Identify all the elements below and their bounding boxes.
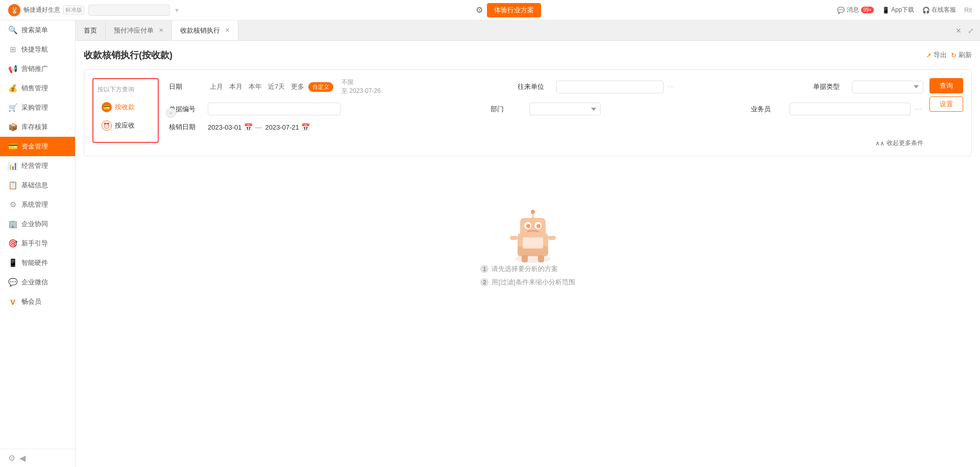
sidebar-item-enterprise[interactable]: 🏢 企业协同 (0, 214, 75, 234)
message-icon: 💬 (837, 7, 845, 14)
date-custom-button[interactable]: 自定义 (308, 82, 333, 92)
filter-row-3: 核销日期 2023-03-01 📅 — 2023-07-21 📅 (169, 122, 923, 132)
filter-option-by-receivable[interactable]: ⏰ 按应收 (97, 117, 154, 134)
sidebar-label-operations: 经营管理 (21, 161, 48, 170)
tab-receipt-offset-close[interactable]: ✕ (225, 27, 230, 34)
doc-type-select[interactable] (852, 81, 923, 93)
app-label: App下载 (891, 6, 914, 14)
tab-prepay-close[interactable]: ✕ (159, 27, 163, 34)
app-download[interactable]: 📱 App下载 (882, 6, 914, 14)
sidebar-item-search-menu[interactable]: 🔍 搜索菜单 (0, 20, 75, 40)
filter-option-by-receipt[interactable]: 💳 按收款 (97, 99, 154, 115)
collapse-conditions-label: 收起更多条件 (887, 139, 923, 148)
tab-receipt-offset[interactable]: 收款核销执行 ✕ (172, 20, 238, 40)
main-content: 首页 预付冲应付单 ✕ 收款核销执行 ✕ ✕ ⤢ 收款核销执行(按收款) ↗ 导… (76, 20, 980, 467)
svg-rect-3 (520, 218, 546, 237)
tab-home[interactable]: 首页 (76, 20, 106, 40)
home-icon: ⊞ (8, 45, 17, 54)
tab-close-all-button[interactable]: ✕ (953, 24, 964, 37)
message-area[interactable]: 💬 消息 99+ (837, 6, 874, 14)
dept-label: 部门 (491, 105, 521, 114)
offset-date-start-cal-icon[interactable]: 📅 (244, 123, 253, 131)
svg-rect-11 (548, 236, 556, 240)
staff-dots-button[interactable]: ··· (913, 105, 923, 114)
refresh-label: 刷新 (959, 51, 972, 60)
sidebar-item-finance[interactable]: 💳 资金管理 (0, 137, 75, 156)
sidebar-label-search-menu: 搜索菜单 (21, 26, 48, 35)
filter-sidebar-collapse-button[interactable]: » (166, 108, 176, 118)
marketing-icon: 📢 (8, 64, 17, 73)
filter-option-receivable-label: 按应收 (115, 121, 135, 130)
logo: 🐰 畅捷通好生意 标准版 (8, 4, 84, 16)
sidebar-label-finance: 资金管理 (21, 142, 48, 151)
partner-dots-button[interactable]: ··· (666, 82, 676, 91)
filter-settings-button[interactable]: 设置 (929, 96, 963, 112)
tab-receipt-offset-label: 收款核销执行 (180, 26, 220, 35)
logo-icon: 🐰 (8, 4, 20, 16)
date-more-button[interactable]: 更多 (289, 81, 306, 92)
date-unlimited-label: 不限 (341, 78, 381, 87)
system-icon: ⚙ (8, 200, 17, 209)
receivable-icon: ⏰ (102, 120, 112, 131)
doc-no-input[interactable] (208, 103, 340, 115)
search-input[interactable] (88, 5, 170, 16)
inventory-icon: 📦 (8, 122, 17, 132)
sidebar-label-guide: 新手引导 (21, 239, 48, 248)
wechat-icon: 💬 (8, 278, 17, 287)
partner-input[interactable] (556, 81, 664, 93)
offset-date-end-cal-icon[interactable]: 📅 (301, 123, 310, 131)
top-bar-center: ⚙ 体验行业方案 (476, 3, 541, 17)
sidebar-collapse-button[interactable]: ◀ (19, 453, 26, 463)
offset-date-label: 核销日期 (169, 122, 200, 132)
online-service[interactable]: 🎧 在线客服 (922, 6, 956, 14)
date-this-month-button[interactable]: 本月 (227, 81, 244, 92)
export-icon: ↗ (926, 52, 932, 59)
staff-input[interactable] (790, 103, 911, 115)
refresh-icon: ↻ (951, 52, 957, 59)
sidebar-item-quick-nav[interactable]: ⊞ 快捷导航 (0, 40, 75, 59)
search-icon: 🔍 (8, 26, 17, 35)
date-last-7days-button[interactable]: 近7天 (266, 81, 287, 92)
more-conditions-bar: ∧∧ 收起更多条件 (169, 139, 923, 148)
export-button[interactable]: ↗ 导出 (926, 51, 947, 60)
page-title: 收款核销执行(按收款) (84, 49, 173, 61)
date-this-year-button[interactable]: 本年 (247, 81, 264, 92)
receipt-icon: 💳 (102, 102, 112, 112)
query-button[interactable]: 查询 (929, 78, 963, 93)
svg-rect-10 (510, 236, 518, 240)
guide-icon: 🎯 (8, 239, 17, 248)
collapse-chevron-icon: ∧∧ (875, 140, 885, 147)
sidebar-item-basic-info[interactable]: 📋 基础信息 (0, 176, 75, 195)
svg-rect-14 (523, 237, 543, 249)
sidebar-item-marketing[interactable]: 📢 营销推广 (0, 59, 75, 79)
sidebar-settings-button[interactable]: ⚙ (8, 453, 15, 463)
tab-prepay[interactable]: 预付冲应付单 ✕ (106, 20, 172, 40)
message-badge: 99+ (861, 7, 874, 13)
date-last-month-button[interactable]: 上月 (208, 81, 225, 92)
sidebar-item-system[interactable]: ⚙ 系统管理 (0, 195, 75, 214)
sidebar-label-marketing: 营销推广 (21, 64, 48, 73)
sidebar-item-operations[interactable]: 📊 经营管理 (0, 156, 75, 176)
svg-rect-13 (538, 255, 544, 262)
offset-date-end-wrap: 2023-07-21 📅 (265, 123, 310, 131)
operations-icon: 📊 (8, 161, 17, 170)
sidebar-item-guide[interactable]: 🎯 新手引导 (0, 234, 75, 253)
user-name[interactable]: Rit (964, 7, 972, 14)
partner-input-wrap: ··· (556, 81, 677, 93)
svg-rect-12 (522, 255, 528, 262)
sidebar-item-hardware[interactable]: 📱 智能硬件 (0, 253, 75, 273)
collapse-conditions-button[interactable]: ∧∧ 收起更多条件 (875, 139, 923, 148)
dept-select[interactable] (529, 103, 601, 115)
sidebar-item-inventory[interactable]: 📦 库存核算 (0, 117, 75, 137)
filter-sidebar-wrapper: 按以下方查询 💳 按收款 ⏰ 按应收 » (92, 78, 169, 148)
offset-date-start: 2023-03-01 (208, 124, 242, 131)
sidebar-item-purchase[interactable]: 🛒 采购管理 (0, 98, 75, 117)
sidebar-item-wechat[interactable]: 💬 企业微信 (0, 273, 75, 292)
tab-expand-button[interactable]: ⤢ (966, 24, 976, 37)
sidebar-item-sales[interactable]: 💰 销售管理 (0, 79, 75, 98)
sidebar-item-vip[interactable]: V 畅会员 (0, 292, 75, 311)
solution-button[interactable]: 体验行业方案 (487, 3, 541, 17)
settings-gear-button[interactable]: ⚙ (476, 5, 483, 15)
refresh-button[interactable]: ↻ 刷新 (951, 51, 972, 60)
tip-num-1: 1 (480, 265, 488, 273)
